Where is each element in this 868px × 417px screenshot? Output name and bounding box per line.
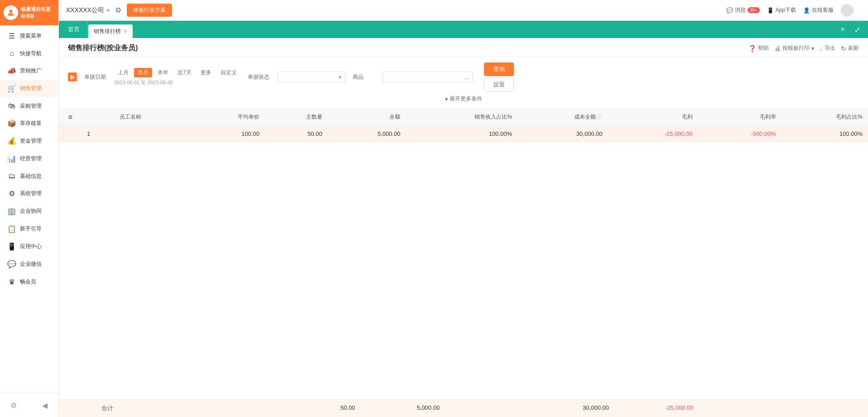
tab-sales-rank[interactable]: 销售排行榜 × xyxy=(88,24,133,38)
export-btn[interactable]: ↓ 导出 xyxy=(820,44,835,52)
sidebar-collapse-btn[interactable]: ◀ xyxy=(38,399,51,412)
print-btn[interactable]: 🖨 按模板打印 ▾ xyxy=(774,44,814,52)
cell-name xyxy=(114,126,189,142)
sidebar-settings-btn[interactable]: ⚙ xyxy=(7,399,20,412)
sidebar: 畅康通好生意 标准版 ☰ 搜索菜单 ⌂ 快捷导航 📣 营销推广 🛒 销售管理 🛍… xyxy=(0,0,59,417)
date-filter-group: 上月 本月 本年 近7天 更多 自定义 2023-06-01 至 2023-06… xyxy=(114,68,240,86)
footer-label: 合计 xyxy=(101,404,186,412)
cell-avg-price: 100.00 xyxy=(190,126,265,142)
print-dropdown-icon[interactable]: ▾ xyxy=(811,45,814,52)
purchase-icon: 🛍 xyxy=(7,102,16,110)
sidebar-item-guide[interactable]: 📋 新手引导 xyxy=(0,220,58,238)
settings-filter-button[interactable]: 设置 xyxy=(484,78,514,91)
footer-gross: -25,000.00 xyxy=(609,404,694,412)
tab-close-icon[interactable]: × xyxy=(124,28,127,34)
search-menu-icon: ☰ xyxy=(7,32,16,40)
cell-rank: 1 xyxy=(82,126,114,142)
marketing-icon: 📣 xyxy=(7,67,16,75)
sidebar-item-marketing[interactable]: 📣 营销推广 xyxy=(0,62,58,80)
tab-close-all-btn[interactable]: × xyxy=(837,24,848,35)
page-title: 销售排行榜(按业务员) xyxy=(68,43,138,53)
basic-icon: 🗂 xyxy=(7,172,16,180)
sidebar-item-appstore[interactable]: 📱 应用中心 xyxy=(0,238,58,255)
tab-expand-btn[interactable]: ⤢ xyxy=(852,24,863,35)
period-more-btn[interactable]: 更多 xyxy=(197,68,215,77)
period-year-btn[interactable]: 本年 xyxy=(154,68,172,77)
tab-home[interactable]: 首页 xyxy=(61,21,87,38)
company-name: XXXXXX公司 xyxy=(66,6,104,14)
table-row: 1 100.00 50.00 5,000.00 100.00% 30,000.0… xyxy=(59,126,868,142)
sidebar-item-member[interactable]: ♛ 畅会员 xyxy=(0,273,58,291)
col-amount: 全额 xyxy=(328,109,406,126)
sales-icon: 🛒 xyxy=(7,84,16,93)
col-gross: 毛利 xyxy=(608,109,698,126)
app-download-btn[interactable]: 📱 App下载 xyxy=(767,6,796,14)
sidebar-item-basic[interactable]: 🗂 基础信息 xyxy=(0,168,58,185)
footer-main-qty: 50.00 xyxy=(271,404,355,412)
trial-button[interactable]: 体验行业方案 xyxy=(127,4,172,17)
tab-bar: 首页 销售排行榜 × × ⤢ xyxy=(59,21,868,38)
col-cost-amount: 成本全额 ⓘ xyxy=(518,109,608,126)
sidebar-item-shortcut[interactable]: ⌂ 快捷导航 xyxy=(0,45,58,62)
management-icon: 📊 xyxy=(7,154,16,163)
cell-settings xyxy=(59,126,82,142)
download-icon: 📱 xyxy=(767,7,774,14)
sidebar-item-wechat[interactable]: 💬 企业微信 xyxy=(0,255,58,273)
guide-icon: 📋 xyxy=(7,225,16,233)
col-avg-price: 平均单价 xyxy=(190,109,265,126)
message-label: 消息 xyxy=(735,6,746,14)
col-sales-pct: 销售收入占比% xyxy=(406,109,518,126)
cell-gross-pct: 100.00% xyxy=(782,126,868,142)
sidebar-item-management[interactable]: 📊 经营管理 xyxy=(0,150,58,168)
col-rank xyxy=(82,109,114,126)
cell-gross-rate: -500.00% xyxy=(698,126,782,142)
help-btn[interactable]: ❓ 帮助 xyxy=(748,44,769,52)
page-header-actions: ❓ 帮助 🖨 按模板打印 ▾ ↓ 导出 ↻ 刷新 xyxy=(748,44,859,52)
expand-toggle-btn[interactable]: ▶ xyxy=(68,72,77,81)
sidebar-item-search[interactable]: ☰ 搜索菜单 xyxy=(0,27,58,45)
col-settings[interactable]: ⚙ xyxy=(59,109,82,126)
query-button[interactable]: 查询 xyxy=(484,62,514,76)
capital-icon: 💰 xyxy=(7,137,16,145)
sidebar-item-capital[interactable]: 💰 资金管理 xyxy=(0,132,58,150)
footer-gross-rate xyxy=(693,404,778,412)
home-icon: ⌂ xyxy=(7,49,16,58)
page-content: 销售排行榜(按业务员) ❓ 帮助 🖨 按模板打印 ▾ ↓ 导出 xyxy=(59,38,868,417)
sidebar-item-sales[interactable]: 🛒 销售管理 xyxy=(0,80,58,97)
footer-amount: 5,000.00 xyxy=(355,404,440,412)
refresh-btn[interactable]: ↻ 刷新 xyxy=(841,44,859,52)
filter-area: ▶ 单据日期 上月 本月 本年 近7天 更多 自定义 2023-06-01 至 … xyxy=(59,57,868,109)
main-area: XXXXXX公司 ▾ ⚙ 体验行业方案 💬 消息 99+ 📱 App下载 👤 在… xyxy=(59,0,868,417)
col-name: 员工名称 xyxy=(114,109,189,126)
refresh-icon: ↻ xyxy=(841,45,846,52)
filter-expand-btn[interactable]: ▾ 展开更多条件 xyxy=(68,95,859,103)
user-avatar[interactable] xyxy=(841,4,854,17)
period-7days-btn[interactable]: 近7天 xyxy=(174,68,195,77)
filter-actions: 查询 设置 xyxy=(484,62,514,91)
col-gross-rate: 毛利率 xyxy=(698,109,782,126)
header-right: 💬 消息 99+ 📱 App下载 👤 在线客服 xyxy=(726,4,861,17)
page-header: 销售排行榜(按业务员) ❓ 帮助 🖨 按模板打印 ▾ ↓ 导出 xyxy=(59,38,868,57)
goods-input[interactable] xyxy=(383,72,473,82)
company-chevron: ▾ xyxy=(107,7,110,14)
sidebar-item-purchase[interactable]: 🛍 采购管理 xyxy=(0,97,58,115)
footer-avg-price xyxy=(186,404,271,412)
sidebar-item-enterprise[interactable]: 🏢 企业协同 xyxy=(0,202,58,220)
online-service-btn[interactable]: 👤 在线客服 xyxy=(803,6,834,14)
sidebar-item-inventory[interactable]: 📦 库存核算 xyxy=(0,115,58,132)
period-current-btn[interactable]: 本月 xyxy=(134,68,152,77)
company-selector[interactable]: XXXXXX公司 ▾ xyxy=(66,6,110,14)
status-select[interactable] xyxy=(278,72,345,82)
logo-icon xyxy=(4,5,18,20)
goods-label: 商品 xyxy=(353,73,375,81)
period-custom-btn[interactable]: 自定义 xyxy=(217,68,240,77)
header-settings-icon[interactable]: ⚙ xyxy=(115,6,121,14)
goods-input-dots[interactable]: ... xyxy=(464,73,470,81)
sidebar-item-system[interactable]: ⚙ 系统管理 xyxy=(0,185,58,202)
message-btn[interactable]: 💬 消息 99+ xyxy=(726,6,760,14)
cell-sales-pct: 100.00% xyxy=(406,126,518,142)
date-label: 单据日期 xyxy=(84,73,107,81)
goods-input-wrap: ... xyxy=(383,72,473,82)
period-last-btn[interactable]: 上月 xyxy=(114,68,132,77)
footer-gross-pct xyxy=(778,404,863,412)
